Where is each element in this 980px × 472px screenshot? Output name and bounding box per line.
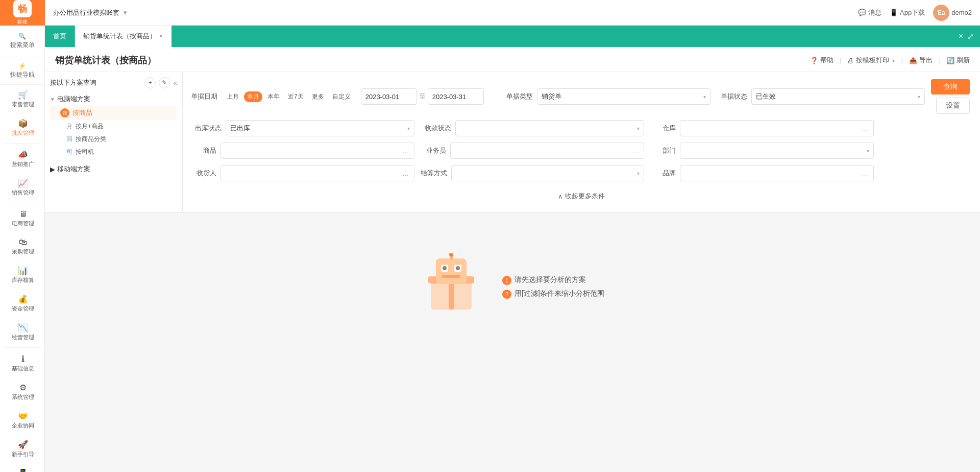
empty-illustration: [421, 253, 482, 315]
salesman-input[interactable]: …: [450, 143, 644, 159]
scheme-sub-1[interactable]: 回 按商品分类: [50, 133, 177, 146]
sidebar-item-guide[interactable]: 🚀 新手引导: [0, 435, 44, 463]
salesman-dots[interactable]: …: [632, 147, 640, 155]
status-field: 单据状态 已生效 ▾: [717, 88, 925, 105]
sidebar-item-purchase[interactable]: 🛍 采购管理: [0, 232, 44, 261]
settle-label: 结算方式: [421, 169, 447, 178]
ecommerce-icon: 🖥: [19, 209, 27, 219]
brand-dots[interactable]: …: [862, 170, 869, 177]
sidebar-item-basic[interactable]: ℹ 基础信息: [0, 349, 44, 377]
date-to-value: 2023-03-31: [432, 93, 467, 101]
content-body: 销货单统计表（按商品） ❓ 帮助 | 🖨 按模板打印 ▾ | 📤 导出 |: [45, 47, 980, 472]
date-custom[interactable]: 自定义: [329, 91, 354, 102]
out-status-select[interactable]: 已出库 ▾: [226, 120, 414, 136]
sidebar-item-appcenter[interactable]: 📱 应用中心: [0, 463, 44, 472]
receiver-dots[interactable]: …: [402, 170, 410, 177]
out-status-value: 已出库: [230, 124, 250, 133]
help-btn[interactable]: ❓ 帮助: [810, 56, 834, 65]
sidebar-item-retail[interactable]: 🛒 零售管理: [0, 85, 44, 113]
goods-label: 商品: [191, 146, 216, 155]
scheme-panel: 按以下方案查询 + ✎ « ▼: [45, 72, 183, 212]
scheme-sub-2[interactable]: 司 按司机: [50, 146, 177, 158]
scheme-mobile-header[interactable]: ▶ 移动端方案: [50, 162, 177, 176]
window-max-btn[interactable]: ⤢: [967, 32, 974, 41]
collapse-btn[interactable]: ∧ 收起更多条件: [558, 192, 605, 201]
empty-state: 1 请先选择要分析的方案 2 用[过滤]条件来缩小分析范围: [45, 213, 980, 366]
header-dropdown-icon[interactable]: ▾: [124, 9, 127, 16]
sidebar-item-inventory[interactable]: 📊 库存核算: [0, 261, 44, 289]
scheme-mobile-section: ▶ 移动端方案: [50, 162, 177, 176]
date-from-input[interactable]: 2023-03-01: [361, 88, 417, 105]
status-select[interactable]: 已生效 ▾: [751, 88, 925, 105]
salesman-label: 业务员: [421, 146, 446, 155]
out-status-arrow: ▾: [407, 126, 410, 131]
export-label: 导出: [919, 56, 933, 65]
refresh-btn[interactable]: 🔄 刷新: [946, 56, 970, 65]
scheme-item-0[interactable]: 按 按商品: [50, 106, 177, 120]
tab-close-btn[interactable]: ×: [159, 33, 163, 40]
date-last-month[interactable]: 上月: [224, 91, 242, 102]
tab-active[interactable]: 销货单统计表（按商品） ×: [75, 26, 172, 47]
header-title: 办公用品行业模拟账套: [53, 8, 119, 17]
sidebar-search-btn[interactable]: 🔍 搜索菜单: [0, 30, 44, 53]
search-label: 搜索菜单: [10, 41, 35, 50]
app-download-btn[interactable]: 📱 App下载: [890, 8, 925, 17]
basic-label: 基础信息: [12, 365, 34, 372]
type-select[interactable]: 销货单 ▾: [537, 88, 710, 105]
print-dropdown-arrow[interactable]: ▾: [892, 58, 895, 63]
menu-divider-1: [4, 143, 40, 144]
scheme-sub-0[interactable]: 月 按月+商品: [50, 120, 177, 133]
inventory-icon: 📊: [18, 266, 28, 275]
date-7days[interactable]: 近7天: [285, 91, 307, 102]
recv-status-label: 收款状态: [421, 124, 451, 133]
date-this-year[interactable]: 本年: [264, 91, 283, 102]
scheme-add-btn[interactable]: +: [144, 77, 156, 88]
brand-input[interactable]: …: [680, 165, 874, 181]
tab-home[interactable]: 首页: [45, 26, 75, 47]
receiver-input[interactable]: …: [220, 165, 414, 181]
date-this-month[interactable]: 本月: [244, 91, 262, 102]
sidebar-item-wholesale[interactable]: 📦 批发管理: [0, 113, 44, 142]
sidebar-item-marketing[interactable]: 📣 营销推广: [0, 145, 44, 173]
sidebar-item-sales[interactable]: 📈 销售管理: [0, 173, 44, 202]
sidebar-item-finance[interactable]: 💰 资金管理: [0, 289, 44, 318]
scheme-edit-btn[interactable]: ✎: [159, 77, 170, 88]
scheme-collapse-btn[interactable]: «: [173, 79, 177, 87]
goods-input[interactable]: …: [220, 143, 414, 159]
settle-select[interactable]: ▾: [451, 165, 644, 181]
type-label: 单据类型: [502, 92, 533, 101]
goods-dots[interactable]: …: [402, 147, 410, 155]
date-to-input[interactable]: 2023-03-31: [428, 88, 484, 105]
warehouse-input[interactable]: …: [680, 120, 874, 136]
user-profile[interactable]: Ea demo2: [933, 5, 972, 21]
recv-status-select[interactable]: ▾: [455, 120, 644, 136]
message-btn[interactable]: 💬 消息: [858, 8, 881, 17]
date-quick-btns: 上月 本月 本年 近7天 更多 自定义: [224, 91, 354, 102]
query-button[interactable]: 查询: [931, 79, 970, 95]
sub-icon-1: 回: [66, 135, 72, 144]
sidebar-item-ecommerce[interactable]: 🖥 电商管理: [0, 204, 44, 232]
settings-button[interactable]: 设置: [936, 98, 970, 114]
sidebar-item-operations[interactable]: 📉 经营管理: [0, 318, 44, 346]
scheme-title: 按以下方案查询: [50, 78, 96, 87]
scheme-label-0: 按商品: [72, 108, 92, 117]
collapse-arrow: ∧: [558, 193, 563, 200]
warehouse-dots[interactable]: …: [862, 125, 869, 132]
sidebar-item-system[interactable]: ⚙ 系统管理: [0, 377, 44, 406]
date-more[interactable]: 更多: [309, 91, 327, 102]
sidebar-item-enterprise[interactable]: 🤝 企业协同: [0, 406, 44, 435]
username: demo2: [951, 9, 972, 16]
dept-select[interactable]: ▾: [680, 143, 874, 159]
sidebar-quicknav-btn[interactable]: ⚡ 快捷导航: [0, 59, 44, 82]
tab-bar: 首页 销货单统计表（按商品） × × ⤢: [45, 26, 980, 47]
export-btn[interactable]: 📤 导出: [909, 56, 933, 65]
window-close-btn[interactable]: ×: [959, 32, 963, 41]
print-btn[interactable]: 🖨 按模板打印 ▾: [847, 56, 895, 65]
step-num-2: 2: [502, 290, 511, 299]
tab-active-label: 销货单统计表（按商品）: [83, 32, 156, 41]
scheme-pc-header[interactable]: ▼ 电脑端方案: [50, 92, 177, 106]
type-arrow: ▾: [703, 94, 706, 100]
type-field: 单据类型 销货单 ▾: [502, 88, 710, 105]
status-arrow: ▾: [918, 94, 920, 100]
scheme-actions: + ✎ «: [144, 77, 177, 88]
